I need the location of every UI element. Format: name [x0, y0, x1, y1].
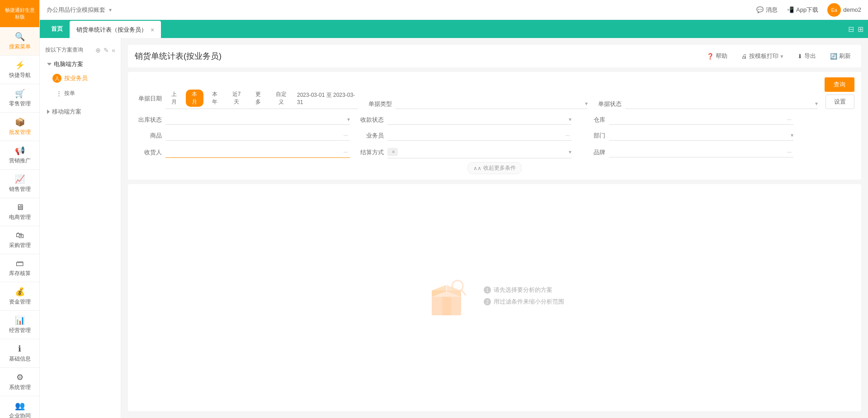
scheme-item-salesman[interactable]: 人 按业务员: [43, 71, 117, 86]
scheme-sub-item-order[interactable]: ⋮ 按单: [52, 87, 108, 100]
settings-btn[interactable]: 设置: [826, 95, 854, 109]
help-label: 帮助: [716, 52, 727, 60]
system-icon: ⚙: [16, 372, 24, 382]
print-btn[interactable]: 🖨 按模板打印 ▾: [738, 50, 787, 62]
salesman-label: 业务员: [357, 132, 384, 140]
tip-text-2: 用过滤条件来缩小分析范围: [494, 298, 564, 306]
goods-label: 商品: [135, 132, 162, 140]
recipient-field[interactable]: [165, 149, 342, 156]
sidebar-item-finance[interactable]: 💰 资金管理: [0, 282, 39, 311]
last-month-btn[interactable]: 上月: [165, 90, 183, 107]
settle-label: 结算方式: [357, 148, 384, 157]
sidebar-item-system[interactable]: ⚙ 系统管理: [0, 368, 39, 396]
out-status-select[interactable]: ▾: [165, 114, 350, 125]
salesman-more[interactable]: ···: [563, 132, 571, 138]
recipient-more[interactable]: ···: [342, 149, 350, 155]
sidebar-item-label: 采购管理: [9, 242, 31, 249]
tab-active-label: 销货单统计表（按业务员）: [76, 26, 147, 34]
sidebar-item-sales[interactable]: 📈 销售管理: [0, 170, 39, 198]
mobile-group-title[interactable]: 移动端方案: [40, 105, 121, 119]
pay-status-arrow: ▾: [569, 116, 571, 123]
tab-sales-stat[interactable]: 销货单统计表（按业务员） ×: [70, 21, 161, 39]
warehouse-select[interactable]: ···: [609, 114, 793, 125]
desktop-group-title[interactable]: 电脑端方案: [43, 57, 117, 71]
refresh-label: 刷新: [839, 52, 851, 60]
collapse-panel-btn[interactable]: «: [112, 47, 115, 54]
sidebar-logo-text: 畅捷通好生意 标版: [5, 7, 35, 21]
settle-select[interactable]: × ▾: [387, 146, 572, 158]
sidebar-item-label: 企业协同: [9, 412, 31, 418]
export-btn[interactable]: ⬇ 导出: [794, 50, 820, 62]
goods-select[interactable]: ···: [165, 130, 350, 141]
export-icon: ⬇: [797, 53, 802, 60]
sidebar-item-label: 零售管理: [9, 100, 31, 108]
sidebar-item-operation[interactable]: 📊 经营管理: [0, 311, 39, 339]
dept-select[interactable]: ▾: [609, 130, 793, 141]
print-icon: 🖨: [741, 53, 747, 60]
tab-home[interactable]: 首页: [44, 20, 70, 38]
warehouse-more[interactable]: ···: [785, 116, 793, 123]
messages-action[interactable]: 💬 消息: [756, 6, 778, 14]
more-btn[interactable]: 更多: [250, 90, 267, 107]
empty-state: 1 请先选择要分析的方案 2 用过滤条件来缩小分析范围: [128, 184, 861, 411]
settle-tag-close[interactable]: ×: [392, 149, 395, 155]
avatar: Ea: [827, 3, 841, 17]
sidebar-item-wholesale[interactable]: 📦 批发管理: [0, 113, 39, 141]
desktop-scheme-group: 电脑端方案 人 按业务员 ⋮ 按单: [40, 57, 121, 101]
expand-icon: [47, 63, 52, 66]
sidebar-item-label: 库存核算: [9, 270, 31, 277]
pay-status-select[interactable]: ▾: [387, 114, 572, 125]
tab-minimize-btn[interactable]: ⊟: [848, 25, 854, 33]
sidebar-item-label: 销售管理: [9, 185, 31, 193]
content-area: 按以下方案查询 ⊕ ✎ « 电脑端方案 人 按业务员 ⋮: [40, 38, 868, 418]
topbar-dropdown-icon[interactable]: ▾: [109, 7, 112, 13]
sidebar-item-quick-nav[interactable]: ⚡ 快捷导航: [0, 56, 39, 84]
search-icon: 🔍: [15, 32, 25, 42]
salesman-select[interactable]: ···: [387, 130, 572, 141]
svg-rect-4: [442, 297, 451, 315]
user-profile[interactable]: Ea demo2: [827, 3, 861, 17]
tip-num-2: 2: [484, 298, 491, 305]
this-year-btn[interactable]: 本年: [206, 90, 224, 107]
this-month-btn[interactable]: 本月: [186, 90, 203, 107]
brand-select[interactable]: ···: [609, 147, 793, 157]
topbar-right: 💬 消息 📲 App下载 Ea demo2: [756, 3, 861, 17]
ecommerce-icon: 🖥: [16, 203, 24, 212]
sidebar-item-purchase[interactable]: 🛍 采购管理: [0, 226, 39, 254]
tab-close-btn[interactable]: ×: [151, 26, 154, 33]
goods-more[interactable]: ···: [342, 132, 350, 138]
help-btn[interactable]: ❓ 帮助: [703, 50, 731, 62]
refresh-btn[interactable]: 🔄 刷新: [826, 50, 854, 62]
tab-maximize-btn[interactable]: ⊞: [858, 25, 863, 33]
sidebar-item-basic-info[interactable]: ℹ 基础信息: [0, 339, 39, 368]
collapse-bar: ∧∧ 收起更多条件: [135, 158, 854, 174]
refresh-icon: 🔄: [830, 53, 837, 60]
sidebar-item-collaboration[interactable]: 👥 企业协同: [0, 396, 39, 418]
sidebar-item-label: 电商管理: [9, 214, 31, 221]
app-download-action[interactable]: 📲 App下载: [787, 6, 818, 14]
sidebar-item-retail[interactable]: 🛒 零售管理: [0, 84, 39, 113]
collab-icon: 👥: [15, 401, 25, 411]
sidebar-item-search[interactable]: 🔍 搜索菜单: [0, 27, 39, 56]
sidebar-item-marketing[interactable]: 📢 营销推广: [0, 141, 39, 170]
recipient-input[interactable]: ···: [165, 147, 350, 158]
dept-label: 部门: [578, 132, 605, 140]
sub-icon: ⋮: [56, 90, 62, 97]
operation-icon: 📊: [15, 315, 25, 325]
custom-btn[interactable]: 自定义: [270, 90, 292, 107]
scheme-query-label: 按以下方案查询: [45, 46, 83, 54]
sidebar-item-label: 快捷导航: [9, 71, 31, 79]
sidebar-item-label: 批发管理: [9, 128, 31, 136]
tip-num-1: 1: [484, 286, 491, 294]
sidebar-item-ecommerce[interactable]: 🖥 电商管理: [0, 198, 39, 226]
brand-more[interactable]: ···: [785, 149, 793, 155]
sidebar-item-inventory[interactable]: 🗃 库存核算: [0, 254, 39, 282]
add-scheme-btn[interactable]: ⊕: [95, 47, 101, 54]
collapse-conditions-btn[interactable]: ∧∧ 收起更多条件: [467, 162, 522, 174]
recipient-label: 收货人: [135, 148, 162, 157]
edit-scheme-btn[interactable]: ✎: [104, 47, 109, 54]
doc-type-select[interactable]: ▾: [396, 99, 588, 109]
query-btn[interactable]: 查询: [825, 77, 854, 92]
last7-btn[interactable]: 近7天: [226, 90, 247, 107]
doc-status-select[interactable]: ▾: [625, 99, 818, 109]
